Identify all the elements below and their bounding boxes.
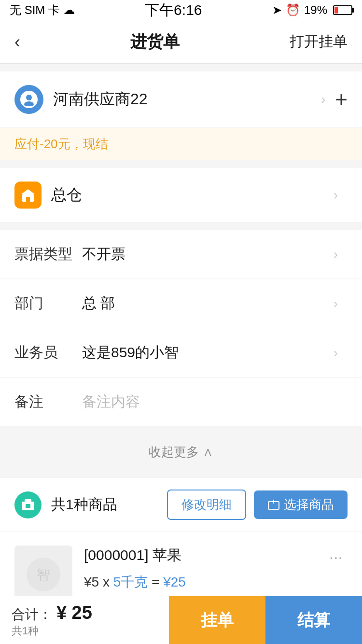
- product-info: [0000001] 苹果 ¥5 x 5千克 = ¥25: [84, 546, 324, 591]
- product-thumbnail: 智: [14, 546, 72, 603]
- total-amount: ¥ 25: [56, 602, 92, 623]
- battery-percent: 19%: [304, 3, 327, 17]
- back-button[interactable]: ‹: [14, 32, 20, 52]
- select-product-label: 选择商品: [284, 496, 334, 513]
- form-card: 票据类型 不开票 › 部门 总 部 › 业务员 这是859的小智 › 备注 备注…: [0, 230, 362, 426]
- avatar: [14, 85, 43, 114]
- salesperson-row[interactable]: 业务员 这是859的小智 ›: [0, 328, 362, 378]
- edit-detail-button[interactable]: 修改明细: [167, 490, 246, 520]
- total-section: 合计： ¥ 25 共1种: [0, 602, 169, 638]
- salesperson-label: 业务员: [14, 343, 82, 363]
- sim-signal: 无 SIM 卡 ☁: [10, 2, 75, 18]
- product-more-button[interactable]: ···: [324, 546, 348, 568]
- product-header: 共1种商品 修改明细 选择商品: [0, 478, 362, 532]
- status-bar-right: ➤ ⏰ 19%: [272, 3, 352, 17]
- chevron-right-icon: ›: [334, 296, 338, 311]
- main-content: 河南供应商22 › + 应付-20元，现结 总仓 › 票据类型 不开票 ›: [0, 64, 362, 644]
- remark-row[interactable]: 备注 备注内容: [0, 378, 362, 426]
- chevron-right-icon: ›: [334, 345, 338, 361]
- supplier-name: 河南供应商22: [53, 89, 321, 110]
- department-value: 总 部: [82, 294, 334, 313]
- settle-button[interactable]: 结算: [265, 596, 362, 644]
- total-count: 共1种: [12, 624, 157, 638]
- remark-label: 备注: [14, 392, 82, 412]
- status-time: 下午6:16: [145, 0, 202, 20]
- status-bar-left: 无 SIM 卡 ☁: [10, 2, 75, 18]
- product-name: [0000001] 苹果: [84, 546, 324, 565]
- select-product-button[interactable]: 选择商品: [254, 490, 348, 519]
- warehouse-card: 总仓 ›: [0, 168, 362, 222]
- page-title: 进货单: [130, 31, 180, 53]
- product-price: ¥5 x 5千克 = ¥25: [84, 573, 324, 591]
- battery-icon: [333, 5, 352, 15]
- svg-text:智: 智: [37, 567, 50, 582]
- svg-rect-6: [25, 499, 31, 503]
- supplier-notice: 应付-20元，现结: [0, 128, 362, 160]
- product-total: ¥25: [163, 574, 186, 589]
- chevron-right-icon: ›: [334, 187, 338, 203]
- avatar-inner: [20, 91, 38, 108]
- salesperson-value: 这是859的小智: [82, 343, 334, 363]
- warehouse-row[interactable]: 总仓 ›: [0, 168, 362, 222]
- alarm-icon: ⏰: [286, 3, 300, 17]
- svg-rect-7: [26, 504, 30, 508]
- remark-placeholder: 备注内容: [82, 392, 348, 412]
- add-supplier-button[interactable]: +: [335, 89, 348, 110]
- supplier-row[interactable]: 河南供应商22 › +: [0, 71, 362, 128]
- product-icon: [14, 491, 42, 518]
- warehouse-icon: [14, 182, 42, 209]
- chevron-right-icon: ›: [321, 92, 325, 107]
- total-row: 合计： ¥ 25: [12, 602, 157, 624]
- svg-rect-4: [26, 197, 30, 202]
- product-quantity: 5千克: [113, 574, 148, 589]
- collapse-toggle[interactable]: 收起更多 ∧: [0, 434, 362, 470]
- open-hang-button[interactable]: 打开挂单: [290, 32, 348, 52]
- department-label: 部门: [14, 294, 82, 313]
- status-bar: 无 SIM 卡 ☁ 下午6:16 ➤ ⏰ 19%: [0, 0, 362, 20]
- warehouse-name: 总仓: [51, 184, 334, 206]
- svg-marker-3: [21, 189, 35, 194]
- invoice-type-row[interactable]: 票据类型 不开票 ›: [0, 230, 362, 279]
- svg-point-0: [26, 95, 32, 100]
- department-row[interactable]: 部门 总 部 ›: [0, 279, 362, 328]
- hang-button[interactable]: 挂单: [169, 596, 265, 644]
- total-label: 合计：: [12, 607, 52, 622]
- location-icon: ➤: [272, 3, 282, 17]
- svg-point-1: [24, 101, 34, 106]
- nav-bar: ‹ 进货单 打开挂单: [0, 20, 362, 64]
- product-count: 共1种商品: [51, 495, 167, 515]
- supplier-card: 河南供应商22 › + 应付-20元，现结: [0, 71, 362, 160]
- chevron-right-icon: ›: [334, 247, 338, 262]
- bottom-bar: 合计： ¥ 25 共1种 挂单 结算: [0, 596, 362, 644]
- invoice-type-label: 票据类型: [14, 244, 82, 264]
- invoice-type-value: 不开票: [82, 244, 334, 264]
